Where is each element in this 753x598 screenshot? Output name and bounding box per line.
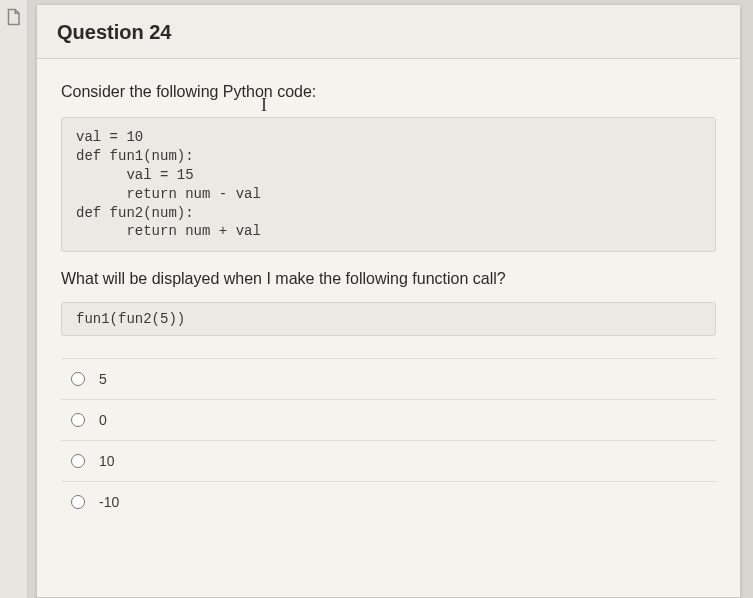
option-radio[interactable]: [71, 372, 85, 386]
question-title: Question 24: [57, 21, 720, 44]
prompt-text: Consider the following Python code:: [61, 83, 716, 101]
option-label: 0: [99, 412, 107, 428]
option-row[interactable]: 10: [61, 440, 716, 481]
option-radio[interactable]: [71, 495, 85, 509]
question-card: Question 24 Consider the following Pytho…: [36, 4, 741, 598]
code-block: val = 10 def fun1(num): val = 15 return …: [61, 117, 716, 252]
option-radio[interactable]: [71, 413, 85, 427]
page-margin: [0, 0, 28, 598]
option-row[interactable]: -10: [61, 481, 716, 522]
option-label: 5: [99, 371, 107, 387]
question-body: Consider the following Python code: val …: [37, 59, 740, 532]
function-call-block: fun1(fun2(5)): [61, 302, 716, 336]
option-row[interactable]: 0: [61, 399, 716, 440]
question-header: Question 24: [37, 5, 740, 59]
option-radio[interactable]: [71, 454, 85, 468]
option-row[interactable]: 5: [61, 358, 716, 399]
option-label: -10: [99, 494, 119, 510]
document-icon: [4, 8, 22, 26]
answer-options: 5 0 10 -10: [61, 358, 716, 522]
followup-text: What will be displayed when I make the f…: [61, 270, 716, 288]
option-label: 10: [99, 453, 115, 469]
